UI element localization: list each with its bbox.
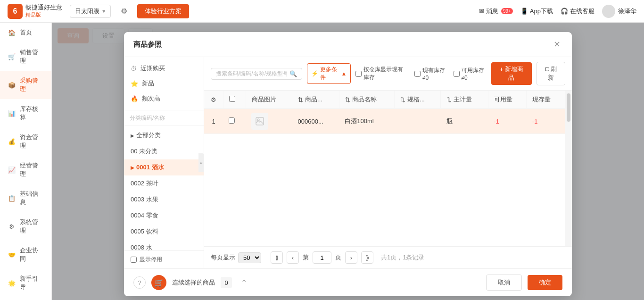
user-avatar-area[interactable]: 徐泽华 <box>602 5 636 18</box>
search-icon[interactable]: 🔍 <box>289 70 297 77</box>
row-unit: 瓶 <box>441 109 488 134</box>
settings-icon[interactable]: ⚙ <box>116 4 132 19</box>
sidebar-item-home[interactable]: 🏠 首页 <box>0 23 51 42</box>
new-product-tab[interactable]: ⭐ 新品 <box>124 76 204 91</box>
select-all-checkbox[interactable] <box>229 96 235 102</box>
expand-icon: ▶ <box>131 133 134 138</box>
display-disabled-checkbox[interactable] <box>131 257 137 263</box>
modal-header: 商品参照 ✕ <box>124 32 572 57</box>
modal-footer: ? 🛒 连续选择的商品 0 ⌃ 取消 确定 <box>124 268 572 296</box>
product-search-input[interactable] <box>216 70 287 77</box>
filter-checkboxes: 按仓库显示现有库存 现有库存≠0 可用库存≠0 <box>355 66 487 82</box>
col-code[interactable]: ⇅ 商品... <box>292 91 339 109</box>
col-checkbox <box>223 91 246 109</box>
page-size-wrap: 每页显示 50 <box>211 252 261 263</box>
cart-icon: 🛒 <box>8 52 16 61</box>
col-unit[interactable]: ⇅ 主计量 <box>441 91 488 109</box>
sidebar-item-apps[interactable]: 📱 应用中心 <box>0 297 51 300</box>
scrollbar-thumb[interactable] <box>567 93 570 122</box>
sidebar-item-inventory[interactable]: 📊 库存核算 <box>0 99 51 127</box>
row-checkbox-cell <box>223 109 246 134</box>
stock-checkbox[interactable] <box>414 71 421 77</box>
high-freq-tab[interactable]: 🔥 频次高 <box>124 91 204 106</box>
sidebar-item-system[interactable]: ⚙ 系统管理 <box>0 212 51 241</box>
help-button[interactable]: ? <box>133 276 146 289</box>
table-wrap: ⚙ 商品图片 ⇅ 商品... <box>204 91 565 246</box>
cat-item-0002[interactable]: 0002 茶叶 <box>124 175 204 192</box>
panel-collapse-button[interactable]: « <box>198 153 204 172</box>
online-service-button[interactable]: 🎧 在线客服 <box>561 7 594 16</box>
main-layout: 🏠 首页 🛒 销售管理 📦 采购管理 📊 库存核算 💰 资金管理 📈 经营管理 … <box>0 23 644 300</box>
filter-check-stock[interactable]: 现有库存≠0 <box>414 67 448 81</box>
active-arrow-icon: ▶ <box>131 165 134 170</box>
cancel-button[interactable]: 取消 <box>486 275 522 291</box>
star-icon: ⭐ <box>131 80 138 87</box>
confirm-button[interactable]: 确定 <box>528 275 562 290</box>
home-icon: 🏠 <box>8 28 16 37</box>
add-product-button[interactable]: + 新增商品 <box>491 62 531 85</box>
cat-item-0008[interactable]: 0008 水 <box>124 240 204 250</box>
trial-button[interactable]: 体验行业方案 <box>137 4 189 18</box>
refresh-button[interactable]: C 刷新 <box>537 62 565 85</box>
col-spec[interactable]: ⇅ 规格... <box>395 91 441 109</box>
page-number-input[interactable] <box>313 251 331 264</box>
sort-icon: ⇅ <box>400 96 405 103</box>
cart-button[interactable]: 🛒 <box>151 275 166 290</box>
row-stock: -1 <box>527 109 565 134</box>
table-row[interactable]: 1 <box>204 109 565 134</box>
first-page-button[interactable]: ⟪ <box>271 251 283 264</box>
scrollbar[interactable] <box>565 91 572 246</box>
recent-purchase-tab[interactable]: ⏱ 近期购买 <box>124 61 204 76</box>
modal-close-button[interactable]: ✕ <box>551 39 562 50</box>
warehouse-checkbox[interactable] <box>355 71 362 77</box>
app-download-button[interactable]: 📱 App下载 <box>520 7 553 16</box>
sidebar-item-guide[interactable]: 🌟 新手引导 <box>0 269 51 297</box>
sidebar-item-purchase[interactable]: 📦 采购管理 <box>0 71 51 99</box>
sidebar-item-info[interactable]: 📋 基础信息 <box>0 184 51 212</box>
sidebar-item-sales[interactable]: 🛒 销售管理 <box>0 42 51 71</box>
cat-item-00[interactable]: 00 未分类 <box>124 143 204 159</box>
cat-item-0003[interactable]: 0003 水果 <box>124 192 204 208</box>
filter-icon: ⚡ <box>311 70 318 77</box>
prev-page-button[interactable]: ‹ <box>287 251 299 264</box>
headset-icon: 🎧 <box>561 8 568 15</box>
logo-area: 6 畅捷通好生意 精品版 <box>8 4 62 19</box>
chevron-down-icon: ▾ <box>102 8 106 15</box>
finance-icon: 💰 <box>8 137 16 146</box>
message-icon: ✉ <box>479 8 484 15</box>
filter-more-button[interactable]: ⚡ 更多条件 ▲ <box>307 63 351 84</box>
chevron-up-icon: ▲ <box>341 70 347 77</box>
sidebar-item-finance[interactable]: 💰 资金管理 <box>0 127 51 156</box>
footer-collapse-button[interactable]: ⌃ <box>238 276 250 289</box>
category-search-input[interactable] <box>130 115 200 121</box>
modal-body: ⏱ 近期购买 ⭐ 新品 🔥 频次高 <box>124 57 572 268</box>
row-spec <box>395 109 441 134</box>
last-page-button[interactable]: ⟫ <box>361 251 373 264</box>
filter-check-warehouse[interactable]: 按仓库显示现有库存 <box>355 66 409 82</box>
cat-item-0001[interactable]: ▶ 0001 酒水 <box>124 159 204 175</box>
logo-icon: 6 <box>8 4 23 19</box>
row-checkbox[interactable] <box>229 117 235 124</box>
product-image <box>251 113 268 130</box>
message-button[interactable]: ✉ 消息 99+ <box>479 7 513 16</box>
cat-item-all[interactable]: ▶ 全部分类 <box>124 127 204 143</box>
sort-icon: ⇅ <box>446 96 452 103</box>
available-checkbox[interactable] <box>454 71 460 77</box>
search-icon[interactable]: 🔍 <box>203 114 204 121</box>
logo-text: 畅捷通好生意 精品版 <box>25 4 62 19</box>
cat-item-0005[interactable]: 0005 饮料 <box>124 224 204 240</box>
sidebar-item-collab[interactable]: 🤝 企业协同 <box>0 241 51 269</box>
row-img-cell <box>246 109 292 134</box>
nav-dropdown[interactable]: 日太阳膜 ▾ <box>70 5 111 18</box>
next-page-button[interactable]: › <box>345 251 357 264</box>
sidebar-item-manage[interactable]: 📈 经营管理 <box>0 156 51 184</box>
table-header-row: ⚙ 商品图片 ⇅ 商品... <box>204 91 565 109</box>
cat-item-0004[interactable]: 0004 零食 <box>124 208 204 224</box>
product-table: ⚙ 商品图片 ⇅ 商品... <box>204 91 565 134</box>
phone-icon: 📱 <box>520 8 528 15</box>
filter-bar: 🔍 ⚡ 更多条件 ▲ 按仓库显示现有库存 <box>204 57 572 91</box>
page-size-select[interactable]: 50 <box>238 252 261 263</box>
row-available: -1 <box>488 109 527 134</box>
filter-check-available[interactable]: 可用库存≠0 <box>454 67 487 81</box>
col-name[interactable]: ⇅ 商品名称 <box>339 91 394 109</box>
